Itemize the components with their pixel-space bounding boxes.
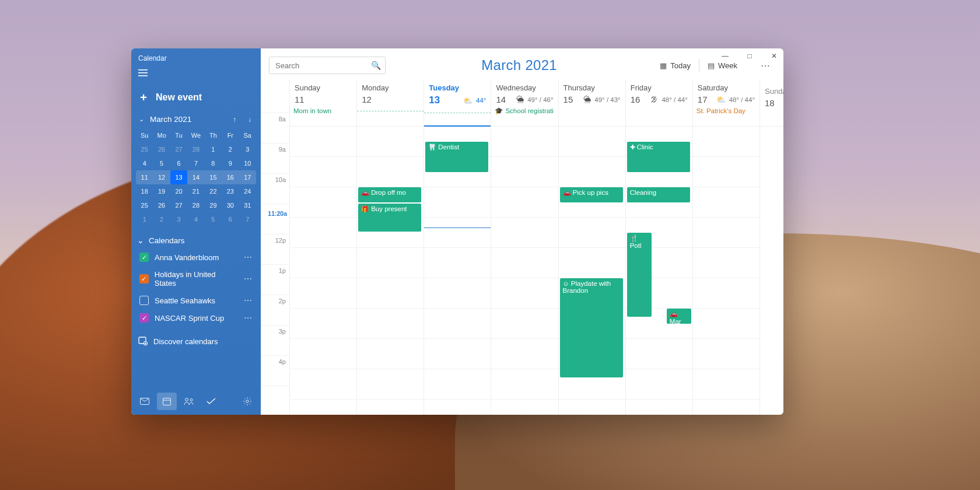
- hamburger-button[interactable]: [131, 65, 261, 85]
- discover-calendars-button[interactable]: Discover calendars: [131, 330, 261, 353]
- calendar-more-button[interactable]: ⋯: [244, 296, 253, 305]
- settings-button[interactable]: [237, 393, 257, 410]
- mail-button[interactable]: [135, 393, 155, 410]
- date-bar[interactable]: 12: [357, 94, 424, 104]
- calendar-item[interactable]: ✓NASCAR Sprint Cup⋯: [134, 309, 258, 327]
- mini-day[interactable]: 25: [136, 198, 153, 212]
- minimize-button[interactable]: —: [719, 52, 731, 60]
- mini-day[interactable]: 27: [170, 142, 187, 156]
- search-input[interactable]: [269, 57, 386, 74]
- mini-day[interactable]: 28: [187, 142, 204, 156]
- mini-day[interactable]: 19: [153, 184, 170, 198]
- calendar-event[interactable]: 🦷Dentist: [425, 142, 488, 172]
- mini-day[interactable]: 26: [153, 142, 170, 156]
- todo-button[interactable]: [201, 393, 221, 410]
- calendar-item[interactable]: ✓Holidays in United States⋯: [134, 266, 258, 292]
- calendar-more-button[interactable]: ⋯: [244, 313, 253, 323]
- calendar-event[interactable]: ✚Clinic: [627, 142, 690, 172]
- checkbox-icon[interactable]: ✓: [139, 253, 149, 262]
- mini-day[interactable]: 15: [205, 170, 222, 184]
- date-bar[interactable]: 13⛅44°: [424, 94, 491, 106]
- mini-day[interactable]: 4: [187, 212, 204, 226]
- calendar-event[interactable]: Cleaning: [627, 187, 690, 202]
- calendar-button[interactable]: [157, 393, 177, 410]
- mini-day[interactable]: 31: [239, 198, 256, 212]
- mini-day[interactable]: 1: [205, 142, 222, 156]
- date-bar[interactable]: 11: [290, 94, 356, 104]
- mini-day[interactable]: 29: [205, 198, 222, 212]
- mini-day[interactable]: 3: [170, 212, 187, 226]
- week-button[interactable]: ▤Week: [701, 58, 744, 73]
- date-bar[interactable]: 14🌦49° / 46°: [491, 94, 558, 104]
- date-bar[interactable]: 15🌦49° / 43°: [559, 94, 625, 104]
- mini-day[interactable]: 13: [170, 170, 187, 184]
- mini-day[interactable]: 20: [170, 184, 187, 198]
- people-button[interactable]: [179, 393, 199, 410]
- mini-day[interactable]: 23: [222, 184, 239, 198]
- search-icon[interactable]: 🔍: [371, 61, 381, 70]
- mini-day[interactable]: 24: [239, 184, 256, 198]
- maximize-button[interactable]: □: [744, 52, 755, 60]
- mini-day[interactable]: 4: [136, 156, 153, 170]
- mini-month-header[interactable]: ⌄ March 2021 ↑ ↓: [131, 113, 261, 127]
- date-bar[interactable]: 17⛅48° / 44°: [693, 94, 760, 104]
- allday-event[interactable]: ▸: [424, 113, 491, 113]
- mini-day[interactable]: 6: [170, 156, 187, 170]
- mini-day[interactable]: 18: [136, 184, 153, 198]
- mini-day[interactable]: 9: [222, 156, 239, 170]
- mini-day[interactable]: 14: [187, 170, 204, 184]
- mini-day[interactable]: 7: [187, 156, 204, 170]
- calendar-item[interactable]: Seattle Seahawks⋯: [134, 292, 258, 309]
- calendar-event[interactable]: 🚗Mar: [667, 309, 691, 324]
- calendar-event[interactable]: ☺Playdate with Brandon: [560, 278, 623, 377]
- mini-day[interactable]: 2: [222, 142, 239, 156]
- date-bar[interactable]: 18: [760, 98, 783, 108]
- checkbox-icon[interactable]: ✓: [139, 313, 149, 323]
- mini-day[interactable]: 11: [136, 170, 153, 184]
- checkbox-icon[interactable]: ✓: [139, 274, 149, 284]
- time-slots[interactable]: ✚ClinicCleaning🍴Potl🚗Mar: [626, 127, 692, 415]
- allday-event[interactable]: 🎓School registrati: [491, 104, 558, 117]
- calendars-header[interactable]: ⌄ Calendars: [131, 232, 261, 247]
- next-month-button[interactable]: ↓: [244, 116, 255, 124]
- mini-day[interactable]: 26: [153, 198, 170, 212]
- time-slots[interactable]: 🦷Dentist: [424, 127, 491, 415]
- mini-day[interactable]: 21: [187, 184, 204, 198]
- calendar-event[interactable]: 🍴Potl: [627, 233, 652, 317]
- close-button[interactable]: ✕: [768, 52, 780, 60]
- time-slots[interactable]: [491, 127, 558, 415]
- prev-month-button[interactable]: ↑: [229, 116, 240, 124]
- mini-day[interactable]: 6: [222, 212, 239, 226]
- mini-day[interactable]: 27: [170, 198, 187, 212]
- mini-day[interactable]: 5: [153, 156, 170, 170]
- time-slots[interactable]: [693, 127, 760, 415]
- date-bar[interactable]: 16🌫48° / 44°: [626, 94, 692, 104]
- mini-day[interactable]: 16: [222, 170, 239, 184]
- mini-day[interactable]: 3: [239, 142, 256, 156]
- today-button[interactable]: ▦Today: [653, 58, 698, 73]
- new-event-button[interactable]: + New event: [131, 85, 261, 113]
- mini-day[interactable]: 1: [136, 212, 153, 226]
- calendar-event[interactable]: 🚗Pick up pics: [560, 187, 623, 202]
- mini-day[interactable]: 7: [239, 212, 256, 226]
- time-slots[interactable]: 🚗Drop off mo🎁Buy present: [357, 127, 424, 415]
- calendar-more-button[interactable]: ⋯: [244, 253, 253, 262]
- mini-day[interactable]: 28: [187, 198, 204, 212]
- mini-day[interactable]: 30: [222, 198, 239, 212]
- mini-day[interactable]: 17: [239, 170, 256, 184]
- allday-event[interactable]: St. Patrick's Day: [693, 104, 760, 117]
- mini-day[interactable]: 22: [205, 184, 222, 198]
- mini-day[interactable]: 8: [205, 156, 222, 170]
- calendar-event[interactable]: 🎁Buy present: [358, 204, 421, 232]
- calendar-more-button[interactable]: ⋯: [244, 274, 253, 284]
- calendar-event[interactable]: 🚗Drop off mo: [358, 187, 421, 202]
- checkbox-icon[interactable]: [139, 296, 149, 305]
- time-slots[interactable]: [290, 127, 356, 415]
- allday-event[interactable]: Mom in town: [290, 104, 356, 117]
- calendar-item[interactable]: ✓Anna Vanderbloom⋯: [134, 249, 258, 266]
- allday-event[interactable]: [357, 111, 424, 111]
- mini-day[interactable]: 5: [205, 212, 222, 226]
- mini-day[interactable]: 25: [136, 142, 153, 156]
- mini-day[interactable]: 10: [239, 156, 256, 170]
- mini-day[interactable]: 2: [153, 212, 170, 226]
